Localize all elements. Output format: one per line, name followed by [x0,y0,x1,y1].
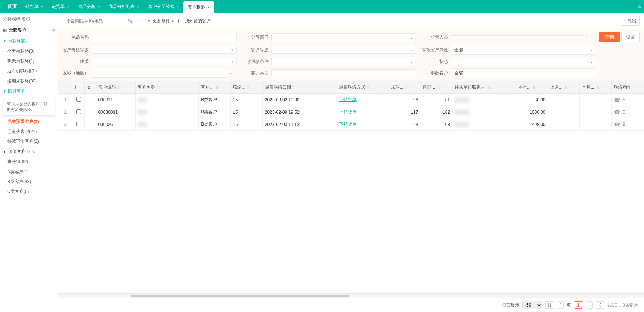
row-last-method-2[interactable]: 下销货单 [337,106,389,118]
customer-type-arrow: ∨ [410,71,413,75]
arrow-icon: ▼ [3,39,7,43]
filter-customer-level-label: 客户等级 [242,47,271,53]
filter-nature-select[interactable]: ∨ [92,58,237,65]
more-icon-1[interactable]: ⠿ [622,97,626,103]
filter-phone-input[interactable] [92,33,237,41]
select-all-checkbox[interactable] [75,85,80,89]
blurred-name-1 [138,97,148,102]
close-customer-contact-tab[interactable]: × [207,5,209,9]
filter-price-select[interactable]: ∨ [92,46,237,54]
close-sales-tab[interactable]: × [41,4,43,9]
filter-person-select[interactable] [451,35,587,39]
sidebar-group-value[interactable]: ▼ 价值客户 ↻ ✎ [0,146,58,157]
more-filter-btn[interactable]: ▼ 更多条件 ∧ [147,18,174,24]
sidebar-item-ungroup[interactable]: 未分组(32) [0,157,58,167]
contact-icon-2[interactable]: ☎ [614,109,620,115]
filter-person-more[interactable]: ··· [587,35,596,40]
filter-dept-select[interactable]: ∨ [271,33,416,41]
filter-status-select[interactable]: ∨ [451,58,596,65]
sort-overdue-icon[interactable]: ⇅ [437,85,440,89]
sidebar-search-input[interactable] [3,16,57,21]
sidebar-item-today[interactable]: 今天待联络(0) [0,46,58,56]
close-purchase-tab[interactable]: × [67,4,69,9]
sort-last-month-icon[interactable]: ⇅ [564,85,567,89]
window-close-icon[interactable]: × [638,3,641,10]
row-action-btns-2: ☎ ⠿ [612,106,644,118]
sidebar-item-declining[interactable]: 持续下滑客户(2) [0,137,58,146]
sidebar-group-review[interactable]: ▼ 回顾客户 [0,86,58,97]
sidebar-item-b-class[interactable]: B类客户(33) [0,177,58,187]
row-last-method-3[interactable]: 下销货单 [337,118,389,131]
row-check-1[interactable] [76,97,81,102]
sort-date-icon[interactable]: ⇅ [293,85,296,89]
tab-analysis-list[interactable]: 商品分析列表 × [104,0,144,13]
query-button[interactable]: 查询 [599,32,620,42]
sidebar-item-c-class[interactable]: C类客户(6) [0,187,58,196]
export-btn[interactable]: ↑ 导出 [621,16,640,26]
tab-sales[interactable]: 销货单 × [21,0,47,13]
sidebar-item-7days[interactable]: 近7天待联络(0) [0,66,58,76]
tab-customer-contact[interactable]: 客户联络 × [183,1,214,13]
scrollbar-thumb[interactable] [131,295,349,297]
sidebar-item-churned[interactable]: 已流失客户(24) [0,127,58,137]
my-customers-check[interactable] [178,19,183,23]
row-checkbox-2[interactable] [73,106,84,118]
row-checkbox-3[interactable] [73,118,84,131]
col-settings[interactable]: ⚙ [84,81,96,94]
refresh-icon[interactable]: ↻ [27,149,30,154]
search-icon[interactable]: 🔍 [128,19,133,24]
sort-method-icon[interactable]: ⇅ [367,85,370,89]
tab-purchase[interactable]: 进货单 × [47,0,73,13]
sort-this-month-icon[interactable]: ⇅ [596,85,599,89]
search-input[interactable] [66,19,128,24]
sort-unit-contact-icon[interactable]: ⇅ [487,85,490,89]
arrow-icon-2: ▼ [3,89,7,93]
close-analysis-list-tab[interactable]: × [137,4,139,9]
last-page-btn[interactable]: ⟩⟩ [596,301,604,309]
col-last-contact-method: 最后联络方式 ⇅ [337,81,389,94]
sort-contact-icon[interactable]: ⇅ [247,85,250,89]
tab-customer-segment[interactable]: 客户分层经营 × [144,0,183,13]
first-page-btn[interactable]: ⟨⟨ [545,301,554,309]
tab-analysis[interactable]: 商品分析 × [74,0,104,13]
page-size-select[interactable]: 50 100 200 [522,301,542,309]
settings-button[interactable]: 设置 [621,32,640,42]
filter-region-input[interactable] [92,69,227,78]
filter-customer-level-select[interactable]: ∨ [271,46,416,54]
my-customers-checkbox[interactable]: 我分管的客户 [178,18,211,24]
sidebar-item-overdue[interactable]: 逾期未联络(30) [0,76,58,86]
tab-home[interactable]: 首页 [3,0,21,13]
sort-name-icon[interactable]: ⇅ [157,85,160,89]
row-action-btns-1: ☎ ⠿ [612,94,644,106]
sort-code-icon[interactable]: ⇅ [118,85,121,89]
row-checkbox-1[interactable] [73,94,84,106]
col-uncontacted: 未联... ⇅ [389,81,420,94]
horizontal-scrollbar[interactable] [58,293,644,298]
sidebar-all-customers[interactable]: ⊞ 全部客户 ≪ [0,25,58,36]
sort-this-year-icon[interactable]: ⇅ [532,85,535,89]
sort-uncontacted-icon[interactable]: ⇅ [405,85,408,89]
close-analysis-tab[interactable]: × [98,4,100,9]
contact-icon-1[interactable]: ☎ [614,97,620,103]
edit-icon[interactable]: ✎ [32,149,35,154]
filter-region-more[interactable]: ··· [227,71,237,76]
more-icon-2[interactable]: ⠿ [622,109,626,115]
prev-page-btn[interactable]: ⟨ [557,301,564,309]
col-overdue: 逾期... ⇅ [420,81,452,94]
filter-retail-attr-select[interactable]: 全部 ∨ [451,45,596,55]
sort-type-icon[interactable]: ⇅ [216,85,218,89]
filter-customer-type-select[interactable]: ∨ [271,69,416,77]
row-check-2[interactable] [76,109,81,114]
sidebar-item-tomorrow[interactable]: 明天待联络(1) [0,56,58,66]
filter-retail-select[interactable]: 全部 ∨ [451,68,596,78]
row-check-3[interactable] [76,122,81,126]
more-icon-3[interactable]: ⠿ [622,122,626,127]
filter-payment-select[interactable]: ∨ [271,58,416,65]
sidebar-item-a-class[interactable]: A类客户(1) [0,167,58,177]
sidebar-item-churn-warning[interactable]: 流失预警客户(3) [0,117,58,127]
sidebar-group-pending[interactable]: ▼ 待联络客户 [0,36,58,46]
close-customer-segment-tab[interactable]: × [177,4,179,9]
contact-icon-3[interactable]: ☎ [614,122,620,127]
next-page-btn[interactable]: ⟩ [586,301,593,309]
row-last-method-1[interactable]: 下销货单 [337,94,389,106]
